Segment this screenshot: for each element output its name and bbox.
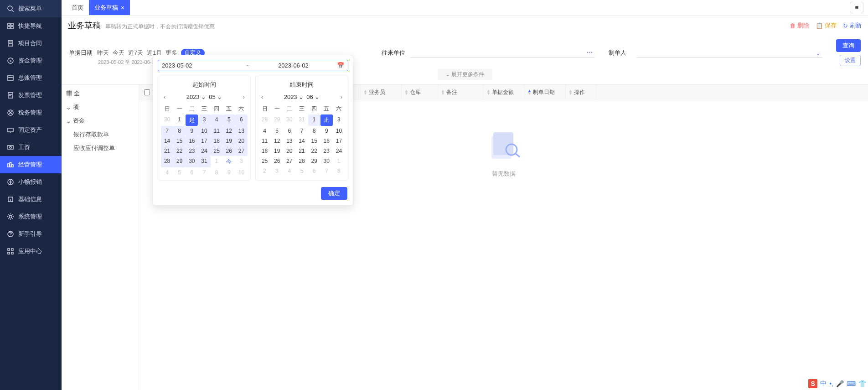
- date-preset[interactable]: 今天: [113, 49, 124, 57]
- sort-icon[interactable]: ▲▼: [568, 90, 573, 95]
- sidebar-item-info[interactable]: 基础信息: [0, 191, 62, 208]
- sidebar-item-receipt[interactable]: 发票管理: [0, 87, 62, 104]
- calendar-day[interactable]: 8: [173, 126, 186, 136]
- calendar-day[interactable]: 24: [333, 146, 345, 156]
- calendar-day[interactable]: 22: [308, 146, 320, 156]
- month-select[interactable]: 05 ⌄: [209, 94, 222, 100]
- year-select[interactable]: 2023 ⌄: [186, 94, 207, 100]
- calendar-day[interactable]: 19: [223, 136, 235, 146]
- calendar-day[interactable]: 22: [173, 146, 186, 156]
- calendar-day[interactable]: 14: [295, 136, 308, 146]
- column-header[interactable]: ▲▼备注: [438, 85, 484, 100]
- calendar-day[interactable]: 今: [223, 156, 235, 167]
- calendar-day[interactable]: 16: [186, 136, 198, 146]
- calendar-day[interactable]: 1: [173, 114, 186, 126]
- ime-badge-icon[interactable]: S: [808, 379, 817, 388]
- calendar-day[interactable]: 17: [198, 136, 210, 146]
- chevron-down-icon[interactable]: ⌄: [816, 50, 821, 57]
- sidebar-item-asset[interactable]: 固定资产: [0, 121, 62, 139]
- date-preset[interactable]: 近7天: [128, 49, 143, 57]
- calendar-day[interactable]: 29: [271, 114, 283, 126]
- column-header[interactable]: ▲▼制单日期: [525, 85, 566, 100]
- calendar-day[interactable]: 1: [211, 156, 223, 167]
- calendar-day[interactable]: 30: [283, 114, 295, 126]
- year-select[interactable]: 2023 ⌄: [284, 94, 304, 100]
- calendar-day[interactable]: 8: [308, 126, 320, 136]
- calendar-day[interactable]: 27: [235, 146, 248, 156]
- column-header[interactable]: ▲▼单据金额: [484, 85, 525, 100]
- sidebar-item-apps[interactable]: 应用中心: [0, 243, 62, 260]
- calendar-day[interactable]: 28: [295, 156, 308, 166]
- calendar-day[interactable]: 9: [186, 126, 198, 136]
- prev-month-button[interactable]: ‹: [163, 93, 166, 101]
- date-range-input[interactable]: 2023-05-02 ~ 2023-06-02 📅: [158, 60, 348, 71]
- sidebar-item-coin[interactable]: ¥资金管理: [0, 52, 62, 69]
- calendar-day[interactable]: 10: [235, 167, 248, 177]
- calendar-day[interactable]: 25: [211, 146, 223, 156]
- expand-filters-button[interactable]: ⌄ 展开更多条件: [438, 69, 492, 80]
- calendar-day[interactable]: 5: [223, 114, 235, 126]
- calendar-day[interactable]: 15: [308, 136, 320, 146]
- sort-icon[interactable]: ▲▼: [527, 90, 532, 95]
- calendar-day[interactable]: 13: [283, 136, 295, 146]
- calendar-day[interactable]: 3: [198, 114, 210, 126]
- tree-group[interactable]: ⌄ 资金: [66, 114, 134, 128]
- calendar-day[interactable]: 20: [235, 136, 248, 146]
- shirt-icon[interactable]: 👕: [858, 380, 866, 387]
- calendar-day[interactable]: 11: [211, 126, 223, 136]
- calendar-day[interactable]: 16: [320, 136, 333, 146]
- calendar-day[interactable]: 8: [333, 166, 345, 176]
- panel-all-header[interactable]: ▦ 全: [66, 89, 134, 100]
- column-header[interactable]: ▲▼仓库: [402, 85, 438, 100]
- sort-icon[interactable]: ▲▼: [404, 90, 408, 95]
- sort-icon[interactable]: ▲▼: [363, 90, 367, 95]
- calendar-day[interactable]: 9: [320, 126, 333, 136]
- tab[interactable]: 首页: [66, 0, 89, 15]
- sidebar-item-guide[interactable]: 新手引导: [0, 225, 62, 243]
- calendar-day[interactable]: 17: [333, 136, 345, 146]
- calendar-day[interactable]: 5: [173, 167, 186, 177]
- sidebar-item-ledger[interactable]: 总账管理: [0, 69, 62, 87]
- calendar-day[interactable]: 13: [235, 126, 248, 136]
- sidebar-item-doc[interactable]: 项目合同: [0, 35, 62, 52]
- calendar-day[interactable]: 7: [198, 167, 210, 177]
- calendar-day[interactable]: 1: [308, 114, 320, 126]
- calendar-day[interactable]: 21: [161, 146, 173, 156]
- prev-month-button[interactable]: ‹: [260, 93, 264, 101]
- close-icon[interactable]: ×: [121, 4, 124, 11]
- creator-input[interactable]: ⌄: [637, 48, 822, 58]
- calendar-day[interactable]: 26: [271, 156, 283, 166]
- calendar-day[interactable]: 19: [271, 146, 283, 156]
- mic-icon[interactable]: 🎤: [836, 380, 844, 387]
- calendar-day[interactable]: 4: [161, 167, 173, 177]
- calendar-day[interactable]: 30: [320, 156, 333, 166]
- calendar-day[interactable]: 6: [283, 126, 295, 136]
- calendar-day[interactable]: 6: [235, 114, 248, 126]
- calendar-day[interactable]: 14: [161, 136, 173, 146]
- sidebar-item-biz[interactable]: 经营管理: [0, 156, 62, 173]
- month-select[interactable]: 06 ⌄: [306, 94, 320, 100]
- calendar-day[interactable]: 4: [211, 114, 223, 126]
- calendar-day[interactable]: 2: [258, 166, 271, 176]
- tree-item[interactable]: 银行存取款单: [66, 128, 134, 141]
- calendar-day[interactable]: 5: [295, 166, 308, 176]
- calendar-day[interactable]: 29: [173, 156, 186, 167]
- calendar-day[interactable]: 21: [295, 146, 308, 156]
- keyboard-icon[interactable]: ⌨: [847, 380, 856, 387]
- calendar-day[interactable]: 15: [173, 136, 186, 146]
- calendar-day[interactable]: 起: [186, 114, 198, 126]
- save-button[interactable]: 📋 保存: [816, 21, 837, 30]
- next-month-button[interactable]: ›: [242, 93, 246, 101]
- calendar-day[interactable]: 25: [258, 156, 271, 166]
- calendar-day[interactable]: 12: [271, 136, 283, 146]
- calendar-day[interactable]: 7: [320, 166, 333, 176]
- calendar-day[interactable]: 26: [223, 146, 235, 156]
- tree-group[interactable]: ⌄ 项: [66, 100, 134, 114]
- calendar-day[interactable]: 18: [258, 146, 271, 156]
- tabs-menu-button[interactable]: ≡: [850, 2, 863, 13]
- calendar-day[interactable]: 28: [161, 156, 173, 167]
- settings-button[interactable]: 设置: [840, 55, 861, 66]
- calendar-day[interactable]: 3: [235, 156, 248, 167]
- calendar-day[interactable]: 27: [283, 156, 295, 166]
- next-month-button[interactable]: ›: [340, 93, 343, 101]
